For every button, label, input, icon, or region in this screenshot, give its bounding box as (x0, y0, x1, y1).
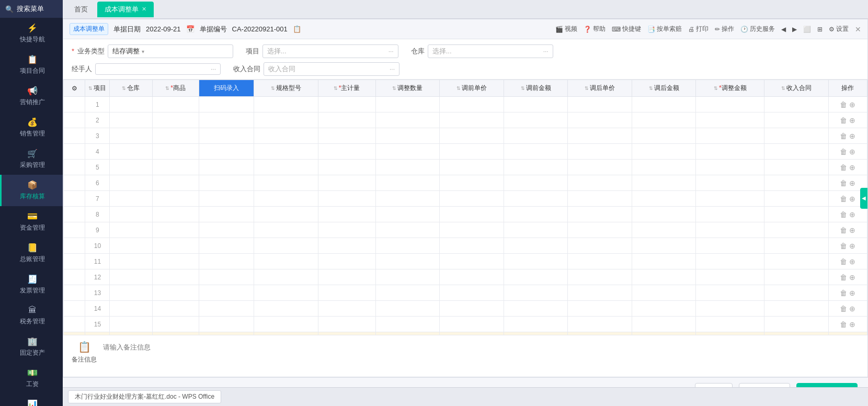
copy-icon[interactable]: 📋 (293, 25, 301, 33)
help-btn[interactable]: ❓ 帮助 (584, 25, 606, 33)
delete-icon-13[interactable]: 🗑 (840, 289, 847, 297)
copy-icon-5[interactable]: ⊕ (849, 163, 855, 172)
cell-9-gear (64, 222, 85, 238)
delete-icon-1[interactable]: 🗑 (840, 100, 847, 109)
grid-btn[interactable]: ⊞ (817, 26, 823, 33)
settings-btn[interactable]: ⚙ 设置 (829, 25, 849, 33)
calendar-icon[interactable]: 📅 (186, 25, 195, 33)
cell-15-pre_amount (504, 317, 568, 332)
sidebar-search[interactable]: 🔍 搜索菜单 (0, 0, 63, 18)
copy-icon-2[interactable]: ⊕ (849, 116, 855, 125)
sidebar-item-sales-mgmt[interactable]: 💰销售管理 (0, 112, 63, 143)
copy-icon-14[interactable]: ⊕ (849, 304, 855, 313)
cell-6-project: 6 (85, 175, 110, 191)
delete-icon-6[interactable]: 🗑 (840, 179, 847, 187)
col-header-gear: ⚙ (64, 80, 85, 97)
notes-input[interactable] (103, 341, 859, 360)
cell-13-actions[interactable]: 🗑⊕ (828, 285, 867, 301)
delete-icon-7[interactable]: 🗑 (840, 195, 847, 203)
warehouse-input[interactable]: 选择... ··· (428, 44, 553, 58)
delete-icon-12[interactable]: 🗑 (840, 273, 847, 281)
cell-10-actions[interactable]: 🗑⊕ (828, 238, 867, 254)
sidebar-item-quick-nav[interactable]: ⚡快捷导航 (0, 18, 63, 49)
sidebar-item-tax-mgmt[interactable]: 🏛税务管理 (0, 300, 63, 331)
view-btn[interactable]: 🎬 视频 (555, 25, 577, 33)
project-more-icon[interactable]: ··· (389, 48, 394, 55)
sidebar-item-ops-mgmt[interactable]: 📊经营管理 (0, 394, 63, 406)
notes-icon: 📋 (78, 341, 91, 353)
handler-more-icon[interactable]: ··· (211, 65, 216, 73)
sidebar-item-ledger-mgmt[interactable]: 📒总账管理 (0, 238, 63, 269)
delete-icon-10[interactable]: 🗑 (840, 242, 847, 250)
tab-close-cost-adjust[interactable]: ✕ (142, 6, 146, 13)
cell-12-actions[interactable]: 🗑⊕ (828, 269, 867, 285)
delete-icon-5[interactable]: 🗑 (840, 163, 847, 172)
taskbar-item[interactable]: 木门行业好业财处理方案-墓红红.doc - WPS Office (68, 390, 221, 403)
warehouse-more-icon[interactable]: ··· (543, 48, 549, 55)
sidebar-item-inventory-calc[interactable]: 📦库存核算 (0, 175, 63, 206)
copy-icon-10[interactable]: ⊕ (849, 242, 855, 250)
cell-14-actions[interactable]: 🗑⊕ (828, 301, 867, 317)
business-type-input[interactable]: 结存调整 ▾ (108, 44, 233, 58)
sidebar-item-purchase-mgmt[interactable]: 🛒采购管理 (0, 143, 63, 175)
copy-icon-15[interactable]: ⊕ (849, 320, 855, 329)
approve-btn[interactable]: 📑 按单索赔 (647, 25, 682, 33)
copy-icon-6[interactable]: ⊕ (849, 179, 855, 187)
sidebar-item-salary[interactable]: 💵工资 (0, 363, 63, 394)
cell-13-post_amount (632, 285, 696, 301)
gear-icon[interactable]: ⚙ (72, 85, 77, 92)
copy-icon-4[interactable]: ⊕ (849, 148, 855, 156)
copy-icon-13[interactable]: ⊕ (849, 289, 855, 297)
cell-8-actions[interactable]: 🗑⊕ (828, 207, 867, 222)
sidebar-item-fund-mgmt[interactable]: 💳资金管理 (0, 206, 63, 238)
project-input[interactable]: 选择... ··· (262, 44, 398, 58)
cell-9-actions[interactable]: 🗑⊕ (828, 222, 867, 238)
cell-11-actions[interactable]: 🗑⊕ (828, 254, 867, 269)
delete-icon-15[interactable]: 🗑 (840, 320, 847, 329)
delete-icon-8[interactable]: 🗑 (840, 210, 847, 219)
copy-icon-11[interactable]: ⊕ (849, 257, 855, 266)
nav-next-btn[interactable]: ▶ (792, 26, 797, 33)
sidebar-item-sales-promo[interactable]: 📢营销推广 (0, 81, 63, 112)
cell-4-actions[interactable]: 🗑⊕ (828, 144, 867, 160)
delete-icon-3[interactable]: 🗑 (840, 132, 847, 140)
copy-icon-9[interactable]: ⊕ (849, 226, 855, 234)
sidebar-item-project-contract[interactable]: 📋项目合同 (0, 49, 63, 81)
delete-icon-11[interactable]: 🗑 (840, 257, 847, 266)
delete-icon-2[interactable]: 🗑 (840, 116, 847, 125)
cell-2-unit (318, 112, 375, 128)
edit-btn[interactable]: ✏ 操作 (715, 25, 734, 33)
tab-cost-adjust[interactable]: 成本调整单✕ (97, 2, 154, 17)
copy-icon-12[interactable]: ⊕ (849, 273, 855, 281)
cell-5-actions[interactable]: 🗑⊕ (828, 160, 867, 175)
expand-btn[interactable]: ⬜ (803, 26, 811, 33)
income-contract-input[interactable]: 收入合同 ··· (264, 62, 399, 76)
income-contract-more-icon[interactable]: ··· (390, 65, 395, 73)
window-close-btn[interactable]: ✕ (855, 25, 861, 33)
tab-home[interactable]: 首页 (67, 2, 95, 17)
cell-2-actions[interactable]: 🗑⊕ (828, 112, 867, 128)
cell-1-actions[interactable]: 🗑⊕ (828, 97, 867, 112)
warehouse-label: 仓库 (411, 47, 425, 56)
copy-icon-1[interactable]: ⊕ (849, 100, 855, 109)
delete-icon-9[interactable]: 🗑 (840, 226, 847, 234)
copy-icon-3[interactable]: ⊕ (849, 132, 855, 140)
handler-input[interactable]: ··· (95, 63, 221, 75)
delete-icon-14[interactable]: 🗑 (840, 304, 847, 313)
sidebar-item-invoice-mgmt[interactable]: 🧾发票管理 (0, 269, 63, 300)
delete-icon-4[interactable]: 🗑 (840, 148, 847, 156)
nav-prev-btn[interactable]: ◀ (781, 26, 786, 33)
cell-7-income_contract (764, 191, 829, 207)
cell-15-goods (152, 317, 199, 332)
history-btn[interactable]: 🕑 历史服务 (740, 25, 775, 33)
copy-icon-7[interactable]: ⊕ (849, 195, 855, 203)
cell-3-actions[interactable]: 🗑⊕ (828, 128, 867, 144)
print-btn[interactable]: 🖨 打印 (688, 25, 709, 33)
cell-15-actions[interactable]: 🗑⊕ (828, 317, 867, 332)
table-container[interactable]: ⚙⇅项目⇅仓库⇅*商品扫码录入⇅规格型号⇅*主计量⇅调整数量⇅调前单价⇅调前金额… (63, 80, 867, 335)
project-field: 项目 选择... ··· (246, 44, 398, 58)
taskbar: 木门行业好业财处理方案-墓红红.doc - WPS Office (63, 387, 868, 406)
copy-icon-8[interactable]: ⊕ (849, 210, 855, 219)
sidebar-item-fixed-assets[interactable]: 🏢固定资产 (0, 331, 63, 363)
shortcut-btn[interactable]: ⌨ 快捷键 (612, 25, 641, 33)
